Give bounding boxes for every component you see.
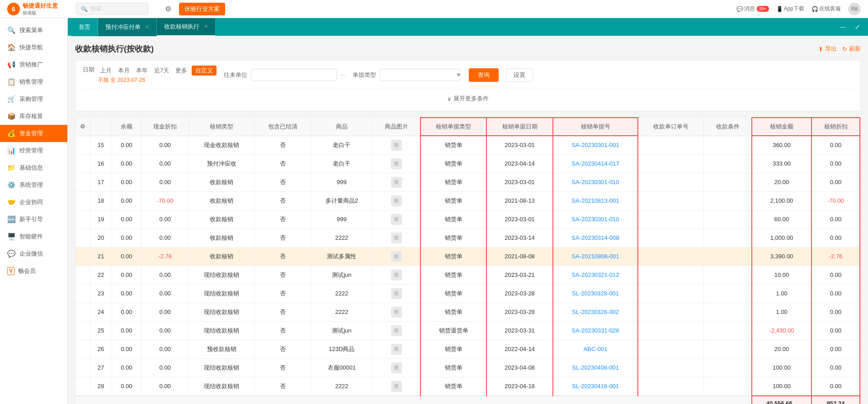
cell-writeoff-type: 收款核销 bbox=[189, 173, 255, 191]
cell-product-img: 图 bbox=[373, 266, 420, 284]
sidebar-item-capital[interactable]: 💰 资金管理 bbox=[0, 125, 67, 142]
cell-balance: 0.00 bbox=[112, 377, 142, 396]
cell-product-img: 图 bbox=[373, 377, 420, 396]
column-settings-icon[interactable]: ⚙ bbox=[80, 123, 85, 130]
cell-product: 衣服00001 bbox=[311, 358, 373, 377]
sidebar-item-quick-nav[interactable]: 🏠 快捷导航 bbox=[0, 39, 67, 56]
home-icon: 🏠 bbox=[7, 43, 16, 52]
cell-receipt-order-no bbox=[638, 154, 704, 173]
footer-writeoff-discount: 952.24 bbox=[811, 396, 860, 404]
tab-bar: 首页 预付冲应付单 ✕ 收款核销执行 ✕ — ⤢ bbox=[68, 18, 868, 36]
th-writeoff-bill-type: 核销单据类型 bbox=[420, 118, 486, 136]
cell-writeoff-bill-no[interactable]: SA-20230301-010 bbox=[553, 173, 638, 191]
tab-bar-maximize[interactable]: ⤢ bbox=[850, 24, 864, 30]
sidebar-item-member[interactable]: V 畅会员 bbox=[0, 262, 67, 280]
tab-bar-minimize[interactable]: — bbox=[835, 24, 850, 30]
cell-receipt-order-no bbox=[638, 321, 704, 340]
sidebar-item-search-menu[interactable]: 🔍 搜索菜单 bbox=[0, 22, 67, 39]
cell-cash-discount: 0.00 bbox=[142, 173, 189, 191]
cell-writeoff-amount: 360.00 bbox=[752, 136, 811, 154]
sidebar-item-marketing[interactable]: 📢 营销推广 bbox=[0, 56, 67, 73]
cell-writeoff-bill-no[interactable]: SA-20230331-026 bbox=[553, 321, 638, 340]
online-service-btn[interactable]: 🎧 在线客服 bbox=[811, 5, 841, 13]
sidebar-item-corp[interactable]: 🤝 企业协同 bbox=[0, 194, 67, 211]
cell-writeoff-bill-no[interactable]: SA-20230301-010 bbox=[553, 210, 638, 228]
tab-prepay-close[interactable]: ✕ bbox=[145, 24, 149, 30]
cell-writeoff-bill-date: 2023-03-31 bbox=[486, 321, 552, 340]
member-icon: V bbox=[7, 267, 14, 275]
cell-writeoff-bill-no[interactable]: SA-20230301-001 bbox=[553, 136, 638, 154]
date-option-custom[interactable]: 自定义 bbox=[192, 66, 217, 76]
tab-collection[interactable]: 收款核销执行 ✕ bbox=[157, 18, 216, 36]
filter-settings-button[interactable]: 设置 bbox=[506, 68, 533, 82]
message-btn[interactable]: 💬 消息 99+ bbox=[736, 5, 769, 13]
table-row: 20 0.00 0.00 收款核销 否 2222 图 销货单 2023-03-1… bbox=[75, 228, 860, 247]
cell-writeoff-discount: 0.00 bbox=[811, 154, 860, 173]
cell-writeoff-bill-type: 销货单 bbox=[420, 377, 486, 396]
filter-date-section: 日期 上月 本月 本年 近7天 更多 自定义 不限 至 2023-07-26 bbox=[83, 66, 217, 84]
sidebar-item-ops[interactable]: 📊 经营管理 bbox=[0, 142, 67, 159]
cell-receipt-order-no bbox=[638, 266, 704, 284]
user-avatar[interactable]: Rit bbox=[848, 3, 861, 15]
sidebar-item-inventory[interactable]: 📦 库存核算 bbox=[0, 108, 67, 125]
cell-writeoff-bill-no[interactable]: SL-20230328-002 bbox=[553, 303, 638, 321]
sidebar-item-basic[interactable]: 📁 基础信息 bbox=[0, 159, 67, 176]
th-settings[interactable]: ⚙ bbox=[75, 118, 90, 136]
cell-writeoff-bill-type: 销货单 bbox=[420, 247, 486, 266]
sidebar-item-label: 营销推广 bbox=[19, 61, 43, 69]
sidebar-item-system[interactable]: ⚙️ 系统管理 bbox=[0, 176, 67, 194]
cell-seq: 15 bbox=[90, 136, 112, 154]
export-icon: ⬆ bbox=[818, 46, 823, 52]
cell-writeoff-bill-no[interactable]: SL-20230418-001 bbox=[553, 377, 638, 396]
gear-icon[interactable]: ⚙ bbox=[163, 4, 174, 14]
cell-writeoff-bill-type: 销货退货单 bbox=[420, 321, 486, 340]
cell-included-settled: 否 bbox=[255, 358, 311, 377]
sidebar-item-label: 采购管理 bbox=[19, 95, 43, 103]
expand-conditions-button[interactable]: ∨ 展开更多条件 bbox=[83, 92, 853, 105]
cell-writeoff-bill-no[interactable]: ABC-001 bbox=[553, 340, 638, 358]
cell-writeoff-bill-no[interactable]: SL-20230328-001 bbox=[553, 284, 638, 303]
cell-writeoff-bill-no[interactable]: SA-20230414-017 bbox=[553, 154, 638, 173]
sidebar-item-purchase[interactable]: 🛒 采购管理 bbox=[0, 90, 67, 108]
cell-writeoff-bill-date: 2023-04-14 bbox=[486, 154, 552, 173]
cell-writeoff-discount: 0.00 bbox=[811, 284, 860, 303]
date-option-this-month[interactable]: 本月 bbox=[116, 66, 132, 76]
app-download-btn[interactable]: 📱 App下载 bbox=[776, 5, 804, 13]
partner-input[interactable] bbox=[251, 69, 337, 81]
cell-writeoff-bill-no[interactable]: SA-20210808-001 bbox=[553, 247, 638, 266]
tab-prepay[interactable]: 预付冲应付单 ✕ bbox=[98, 18, 157, 36]
cell-writeoff-bill-no[interactable]: SL-20230408-001 bbox=[553, 358, 638, 377]
date-option-more[interactable]: 更多 bbox=[174, 66, 189, 76]
cell-writeoff-bill-type: 销货单 bbox=[420, 191, 486, 210]
query-button[interactable]: 查询 bbox=[469, 68, 499, 82]
cell-writeoff-bill-type: 销货单 bbox=[420, 266, 486, 284]
sidebar-item-label: 畅会员 bbox=[18, 267, 36, 275]
cell-writeoff-bill-no[interactable]: SA-20210813-001 bbox=[553, 191, 638, 210]
cell-writeoff-bill-no[interactable]: SA-20230314-008 bbox=[553, 228, 638, 247]
cell-writeoff-amount: 20.00 bbox=[752, 173, 811, 191]
cell-writeoff-bill-no[interactable]: SA-20230321-012 bbox=[553, 266, 638, 284]
solution-button[interactable]: 休验行业方案 bbox=[179, 3, 225, 15]
cell-writeoff-type: 现结收款核销 bbox=[189, 284, 255, 303]
sidebar-item-sales[interactable]: 📋 销售管理 bbox=[0, 73, 67, 90]
cell-receipt-order-no bbox=[638, 210, 704, 228]
tab-collection-close[interactable]: ✕ bbox=[204, 24, 208, 29]
date-option-last-month[interactable]: 上月 bbox=[98, 66, 113, 76]
voucher-type-select[interactable] bbox=[380, 69, 461, 81]
export-button[interactable]: ⬆ 导出 bbox=[818, 45, 837, 53]
partner-dots[interactable]: ··· bbox=[340, 71, 345, 78]
cell-writeoff-bill-type: 销货单 bbox=[420, 340, 486, 358]
search-menu-icon: 🔍 bbox=[7, 26, 16, 34]
cell-writeoff-amount: 10.00 bbox=[752, 266, 811, 284]
refresh-button[interactable]: ↻ 刷新 bbox=[842, 45, 861, 53]
tab-home[interactable]: 首页 bbox=[71, 18, 98, 36]
capital-icon: 💰 bbox=[7, 129, 16, 138]
cell-writeoff-type: 收款核销 bbox=[189, 228, 255, 247]
sidebar-item-label: 搜索菜单 bbox=[19, 26, 43, 34]
cell-seq: 22 bbox=[90, 266, 112, 284]
sidebar-item-hardware[interactable]: 🖥️ 智能硬件 bbox=[0, 228, 67, 245]
sidebar-item-guide[interactable]: 🆕 新手引导 bbox=[0, 211, 67, 228]
sidebar-item-wechat[interactable]: 💬 企业微信 bbox=[0, 245, 67, 262]
date-option-this-year[interactable]: 本年 bbox=[134, 66, 150, 76]
date-option-7days[interactable]: 近7天 bbox=[152, 66, 171, 76]
